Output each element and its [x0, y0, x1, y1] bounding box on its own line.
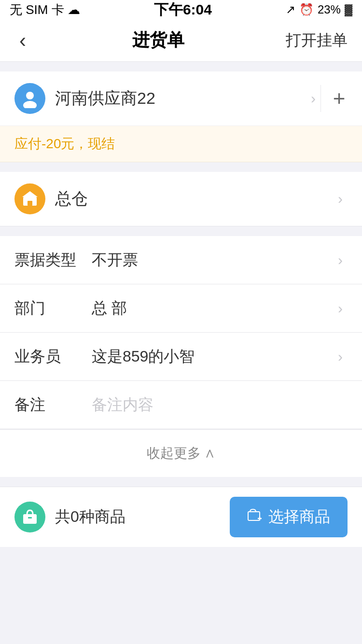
person-icon — [20, 89, 40, 108]
warehouse-chevron-icon: › — [338, 191, 343, 207]
back-button[interactable]: ‹ — [14, 24, 31, 57]
svg-rect-7 — [248, 512, 260, 520]
warehouse-icon — [21, 190, 39, 208]
salesperson-chevron-icon: › — [338, 349, 343, 365]
svg-rect-4 — [28, 201, 32, 206]
divider-top — [0, 62, 362, 71]
supplier-section: 河南供应商22 › + 应付-20元，现结 — [0, 71, 362, 162]
status-right: ↗ ⏰ 23% ▓ — [286, 3, 352, 16]
remark-input[interactable]: 备注内容 — [92, 394, 348, 416]
department-row[interactable]: 部门 总 部 › — [0, 284, 362, 333]
invoice-type-row[interactable]: 票据类型 不开票 › — [0, 236, 362, 284]
supplier-chevron-icon: › — [311, 90, 316, 107]
department-label: 部门 — [14, 298, 82, 319]
sim-status: 无 SIM 卡 ☁ — [10, 1, 80, 18]
supplier-row[interactable]: 河南供应商22 › + — [0, 71, 362, 126]
collapse-label: 收起更多 ∧ — [147, 444, 216, 462]
salesperson-label: 业务员 — [14, 346, 82, 367]
invoice-type-label: 票据类型 — [14, 250, 82, 271]
warehouse-name: 总仓 — [55, 188, 338, 210]
salesperson-value: 这是859的小智 — [92, 346, 338, 367]
select-product-icon — [247, 508, 263, 526]
status-time: 下午6:04 — [154, 0, 212, 20]
supplier-name: 河南供应商22 — [55, 87, 311, 110]
warehouse-icon-wrap — [14, 183, 45, 214]
bottom-bar: 共0种商品 选择商品 — [0, 487, 362, 547]
department-chevron-icon: › — [338, 300, 343, 317]
svg-rect-6 — [28, 517, 32, 518]
open-pending-button[interactable]: 打开挂单 — [286, 30, 348, 51]
location-icon: ↗ — [286, 3, 295, 16]
warehouse-section: 总仓 › — [0, 172, 362, 226]
remark-row[interactable]: 备注 备注内容 — [0, 381, 362, 429]
battery-label: 23% — [318, 3, 341, 16]
battery-icon: ▓ — [345, 3, 352, 16]
alarm-icon: ⏰ — [299, 3, 314, 16]
invoice-chevron-icon: › — [338, 252, 343, 268]
invoice-type-value: 不开票 — [92, 250, 338, 271]
svg-point-1 — [23, 101, 37, 108]
form-section: 票据类型 不开票 › 部门 总 部 › 业务员 这是859的小智 › 备注 备注… — [0, 236, 362, 477]
product-icon-wrap — [14, 502, 45, 532]
add-supplier-button[interactable]: + — [320, 85, 348, 112]
collapse-button[interactable]: 收起更多 ∧ — [0, 429, 362, 477]
page-title: 进货单 — [132, 28, 184, 52]
status-bar: 无 SIM 卡 ☁ 下午6:04 ↗ ⏰ 23% ▓ — [0, 0, 362, 19]
supplier-avatar — [14, 83, 45, 114]
warning-banner: 应付-20元，现结 — [0, 126, 362, 162]
nav-bar: ‹ 进货单 打开挂单 — [0, 19, 362, 62]
svg-point-0 — [26, 92, 34, 99]
warehouse-row[interactable]: 总仓 › — [0, 172, 362, 226]
shopping-bag-icon — [21, 508, 39, 526]
department-value: 总 部 — [92, 298, 338, 319]
select-product-label: 选择商品 — [268, 506, 330, 528]
product-count-wrap: 共0种商品 — [14, 502, 230, 532]
svg-rect-5 — [23, 514, 37, 524]
remark-label: 备注 — [14, 394, 82, 416]
product-count-text: 共0种商品 — [55, 506, 125, 528]
select-product-button[interactable]: 选择商品 — [230, 497, 348, 537]
svg-marker-3 — [22, 191, 38, 197]
status-left: 无 SIM 卡 ☁ — [10, 1, 80, 18]
salesperson-row[interactable]: 业务员 这是859的小智 › — [0, 333, 362, 381]
